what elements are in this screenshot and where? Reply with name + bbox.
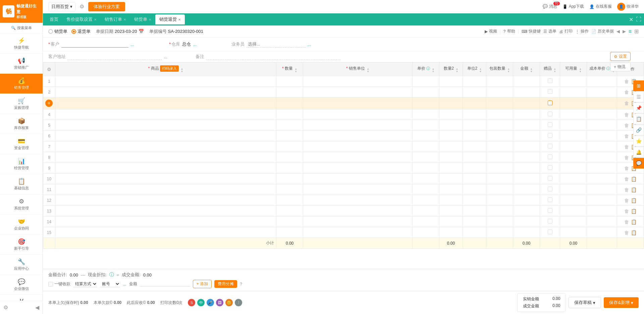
delete-icon-5[interactable]: 🗑	[624, 123, 629, 128]
available-cell-1[interactable]	[560, 76, 587, 87]
product-sort[interactable]: ▲▼	[180, 68, 183, 73]
unit2-cell-5[interactable]	[463, 120, 486, 131]
gift-checkbox-15[interactable]	[548, 230, 552, 234]
qty-cell-4[interactable]	[276, 109, 303, 120]
customer-dots[interactable]: ...	[130, 42, 134, 47]
unit2-cell-7[interactable]	[463, 141, 486, 152]
tab-sales-delivery[interactable]: 销货单 ✕	[130, 14, 155, 24]
packqty-cell-5[interactable]	[486, 120, 513, 131]
amount-cell-3[interactable]	[513, 98, 540, 109]
qty-sort[interactable]: ▲▼	[294, 68, 297, 73]
unit2-cell-11[interactable]	[463, 184, 486, 195]
unit2-cell-13[interactable]	[463, 206, 486, 216]
product-cell-12[interactable]	[55, 195, 276, 206]
add-button[interactable]: + 添加	[193, 280, 212, 288]
costprice-cell-4[interactable]	[587, 109, 617, 120]
qty2-cell-15[interactable]	[439, 227, 463, 238]
address-input[interactable]	[68, 53, 162, 60]
product-input-3[interactable]	[57, 101, 274, 106]
help-action[interactable]: ? 帮助	[503, 28, 515, 34]
float-btn-8[interactable]: 💬	[633, 158, 644, 169]
gift-cell-5[interactable]	[540, 120, 560, 131]
unit2-cell-12[interactable]	[463, 195, 486, 206]
gift-cell-9[interactable]	[540, 163, 560, 174]
trial-button[interactable]: 体验行业方案	[88, 2, 125, 11]
gift-cell-11[interactable]	[540, 184, 560, 195]
tab-sales-order-close[interactable]: ✕	[123, 18, 126, 21]
method-select[interactable]: 结算方式	[73, 281, 97, 287]
unit-cell-9[interactable]	[303, 163, 413, 174]
qty-cell-10[interactable]	[276, 174, 303, 184]
gift-cell-14[interactable]	[540, 216, 560, 227]
amount-cell-1[interactable]	[513, 76, 540, 87]
price-cell-5[interactable]	[413, 120, 439, 131]
delete-icon-1[interactable]: 🗑	[624, 79, 629, 84]
packqty-cell-13[interactable]	[486, 206, 513, 216]
nav-next-btn[interactable]: ▶	[623, 29, 626, 34]
costprice-cell-1[interactable]	[587, 76, 617, 87]
packqty-cell-4[interactable]	[486, 109, 513, 120]
add-row-button[interactable]: +	[45, 100, 53, 107]
amount-cell-14[interactable]	[513, 216, 540, 227]
sidebar-item-system[interactable]: ⚙ 系统管理	[0, 194, 43, 214]
wuliu-button[interactable]: + 物流	[610, 62, 631, 71]
packqty-cell-2[interactable]	[486, 87, 513, 98]
sidebar-item-finance[interactable]: 💳 资金管理	[0, 134, 43, 154]
sidebar-item-inventory[interactable]: 📦 库存核算	[0, 114, 43, 134]
amount-cell-8[interactable]	[513, 152, 540, 163]
packqty-cell-3[interactable]	[486, 98, 513, 109]
unit-cell-2[interactable]	[303, 87, 413, 98]
price-cell-12[interactable]	[413, 195, 439, 206]
amount-input[interactable]	[140, 281, 190, 287]
amount-cell-10[interactable]	[513, 174, 540, 184]
unit-cell-13[interactable]	[303, 206, 413, 216]
qty-cell-9[interactable]	[276, 163, 303, 174]
delete-icon-3[interactable]: 🗑	[624, 101, 629, 106]
costprice-cell-7[interactable]	[587, 141, 617, 152]
product-cell-4[interactable]	[55, 109, 276, 120]
warehouse-dots[interactable]: ...	[193, 42, 197, 47]
float-btn-4[interactable]: 📋	[633, 114, 644, 124]
float-btn-2[interactable]: ☰	[633, 91, 644, 102]
unit2-cell-9[interactable]	[463, 163, 486, 174]
address-dots[interactable]: ...	[164, 54, 167, 59]
message-button[interactable]: 💬 消息 70	[543, 4, 557, 9]
gift-checkbox-2[interactable]	[548, 89, 552, 94]
qty2-cell-1[interactable]	[439, 76, 463, 87]
gift-checkbox-4[interactable]	[548, 112, 552, 116]
gift-cell-4[interactable]	[540, 109, 560, 120]
sougou-icon-img[interactable]: 🖼	[216, 299, 223, 306]
copy-icon-13[interactable]: 📋	[631, 208, 637, 214]
available-cell-8[interactable]	[560, 152, 587, 163]
packqty-cell-15[interactable]	[486, 227, 513, 238]
online-service-btn[interactable]: 👤 在线客服	[589, 4, 612, 9]
gift-checkbox-8[interactable]	[548, 154, 552, 159]
qty-cell-3[interactable]	[276, 98, 303, 109]
nav-prev-btn[interactable]: ◀	[616, 29, 620, 34]
product-cell-9[interactable]	[55, 163, 276, 174]
qty-cell-1[interactable]	[276, 76, 303, 87]
sidebar-item-quicknav[interactable]: ⚡ 快捷导航	[0, 34, 43, 54]
amount-cell-6[interactable]	[513, 131, 540, 141]
unit-sort[interactable]: ▲▼	[367, 68, 369, 73]
costprice-cell-6[interactable]	[587, 131, 617, 141]
unit2-cell-2[interactable]	[463, 87, 486, 98]
delete-icon-6[interactable]: 🗑	[624, 133, 629, 139]
gift-cell-12[interactable]	[540, 195, 560, 206]
float-btn-5[interactable]: 🔗	[633, 125, 644, 135]
gift-checkbox-5[interactable]	[548, 122, 552, 127]
salesman-dots[interactable]: ...	[308, 42, 311, 47]
qty-cell-7[interactable]	[276, 141, 303, 152]
product-cell-14[interactable]	[55, 216, 276, 227]
price-cell-14[interactable]	[413, 216, 439, 227]
qty2-cell-10[interactable]	[439, 174, 463, 184]
unit2-cell-1[interactable]	[463, 76, 486, 87]
packqty-sort[interactable]: ▲▼	[507, 68, 510, 73]
product-cell-3[interactable]	[55, 98, 276, 109]
qty-cell-13[interactable]	[276, 206, 303, 216]
unit-cell-12[interactable]	[303, 195, 413, 206]
qty2-cell-7[interactable]	[439, 141, 463, 152]
tab-sales-return-close[interactable]: ✕	[178, 18, 181, 21]
radio-sales[interactable]: 销货单	[48, 28, 67, 35]
qty-cell-12[interactable]	[276, 195, 303, 206]
